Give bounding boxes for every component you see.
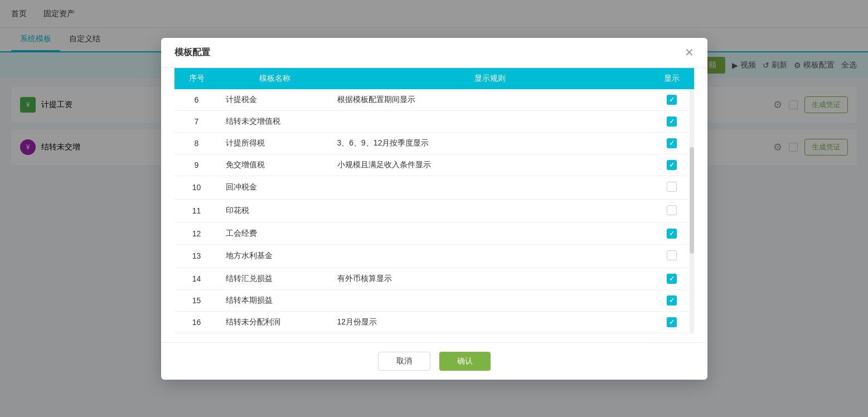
confirm-button[interactable]: 确认 bbox=[439, 352, 491, 371]
row-index: 16 bbox=[174, 311, 219, 333]
row-checkbox[interactable] bbox=[667, 250, 677, 260]
row-display bbox=[649, 244, 694, 268]
row-checkbox[interactable] bbox=[667, 205, 677, 215]
modal-template-config: 模板配置 ✕ 序号 模板名称 显示规则 显示 6计提税金根据模板配置期间显 bbox=[161, 38, 707, 380]
row-name: 结转未交增值税 bbox=[219, 110, 331, 132]
cancel-button[interactable]: 取消 bbox=[378, 352, 430, 371]
row-rule bbox=[331, 244, 649, 268]
modal-overlay: 模板配置 ✕ 序号 模板名称 显示规则 显示 6计提税金根据模板配置期间显 bbox=[0, 0, 868, 417]
row-name: 回冲税金 bbox=[219, 176, 331, 199]
row-index: 15 bbox=[174, 289, 219, 311]
table-row: 8计提所得税3、6、9、12月按季度显示 bbox=[174, 132, 694, 154]
row-display bbox=[649, 176, 694, 199]
table-head: 序号 模板名称 显示规则 显示 bbox=[174, 68, 694, 89]
row-index: 8 bbox=[174, 132, 219, 154]
table-row: 10回冲税金 bbox=[174, 176, 694, 199]
row-index: 7 bbox=[174, 110, 219, 132]
row-name: 结转本期损益 bbox=[219, 289, 331, 311]
row-name: 免交增值税 bbox=[219, 154, 331, 176]
table-wrap: 序号 模板名称 显示规则 显示 6计提税金根据模板配置期间显示7结转未交增值税8… bbox=[174, 68, 694, 333]
row-rule bbox=[331, 222, 649, 244]
row-display bbox=[649, 289, 694, 311]
col-display: 显示 bbox=[649, 68, 694, 89]
row-display bbox=[649, 199, 694, 222]
row-display bbox=[649, 89, 694, 111]
row-rule: 3、6、9、12月按季度显示 bbox=[331, 132, 649, 154]
table-row: 15结转本期损益 bbox=[174, 289, 694, 311]
row-name: 结转未分配利润 bbox=[219, 311, 331, 333]
row-checkbox[interactable] bbox=[667, 160, 677, 170]
row-index: 11 bbox=[174, 199, 219, 222]
table-body: 6计提税金根据模板配置期间显示7结转未交增值税8计提所得税3、6、9、12月按季… bbox=[174, 89, 694, 333]
row-name: 计提税金 bbox=[219, 89, 331, 111]
row-rule: 根据模板配置期间显示 bbox=[331, 89, 649, 111]
row-name: 地方水利基金 bbox=[219, 244, 331, 268]
row-display bbox=[649, 222, 694, 244]
table-row: 13地方水利基金 bbox=[174, 244, 694, 268]
row-checkbox[interactable] bbox=[667, 274, 677, 284]
modal-body: 序号 模板名称 显示规则 显示 6计提税金根据模板配置期间显示7结转未交增值税8… bbox=[161, 68, 707, 342]
row-rule bbox=[331, 110, 649, 132]
row-display bbox=[649, 311, 694, 333]
row-rule: 小规模且满足收入条件显示 bbox=[331, 154, 649, 176]
col-rule: 显示规则 bbox=[331, 68, 649, 89]
table-row: 6计提税金根据模板配置期间显示 bbox=[174, 89, 694, 111]
row-rule bbox=[331, 199, 649, 222]
row-name: 计提所得税 bbox=[219, 132, 331, 154]
row-index: 13 bbox=[174, 244, 219, 268]
row-rule bbox=[331, 289, 649, 311]
col-name: 模板名称 bbox=[219, 68, 331, 89]
row-checkbox[interactable] bbox=[667, 182, 677, 192]
row-checkbox[interactable] bbox=[667, 229, 677, 239]
row-rule bbox=[331, 176, 649, 199]
row-name: 工会经费 bbox=[219, 222, 331, 244]
table-row: 9免交增值税小规模且满足收入条件显示 bbox=[174, 154, 694, 176]
modal-footer: 取消 确认 bbox=[161, 342, 707, 380]
scrollbar-track bbox=[690, 68, 694, 333]
row-rule: 有外币核算显示 bbox=[331, 268, 649, 289]
row-checkbox[interactable] bbox=[667, 138, 677, 148]
row-index: 14 bbox=[174, 268, 219, 289]
modal-title: 模板配置 bbox=[174, 47, 210, 59]
table-row: 14结转汇兑损益有外币核算显示 bbox=[174, 268, 694, 289]
table-row: 7结转未交增值税 bbox=[174, 110, 694, 132]
modal-close-button[interactable]: ✕ bbox=[685, 47, 694, 58]
table-row: 16结转未分配利润12月份显示 bbox=[174, 311, 694, 333]
row-index: 6 bbox=[174, 89, 219, 111]
row-name: 印花税 bbox=[219, 199, 331, 222]
table-row: 11印花税 bbox=[174, 199, 694, 222]
scrollbar-thumb[interactable] bbox=[690, 147, 694, 253]
row-display bbox=[649, 110, 694, 132]
row-index: 9 bbox=[174, 154, 219, 176]
row-checkbox[interactable] bbox=[667, 317, 677, 327]
row-display bbox=[649, 154, 694, 176]
row-index: 10 bbox=[174, 176, 219, 199]
row-display bbox=[649, 132, 694, 154]
row-checkbox[interactable] bbox=[667, 295, 677, 306]
config-table: 序号 模板名称 显示规则 显示 6计提税金根据模板配置期间显示7结转未交增值税8… bbox=[174, 68, 694, 333]
row-checkbox[interactable] bbox=[667, 117, 677, 127]
row-index: 12 bbox=[174, 222, 219, 244]
modal-header: 模板配置 ✕ bbox=[161, 38, 707, 68]
row-name: 结转汇兑损益 bbox=[219, 268, 331, 289]
row-checkbox[interactable] bbox=[667, 95, 677, 105]
row-rule: 12月份显示 bbox=[331, 311, 649, 333]
row-display bbox=[649, 268, 694, 289]
col-index: 序号 bbox=[174, 68, 219, 89]
table-row: 12工会经费 bbox=[174, 222, 694, 244]
